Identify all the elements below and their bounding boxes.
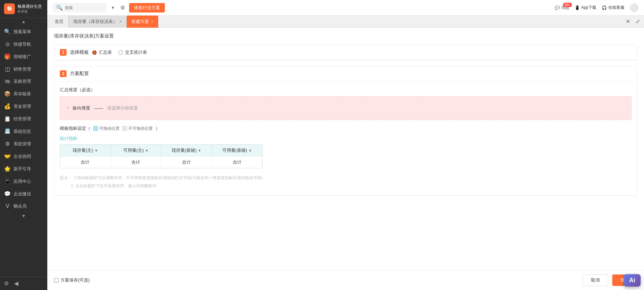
col-header-1[interactable]: 可用量(主) ▼ [111,145,162,156]
sidebar-item-quick-nav[interactable]: ⊙ 快捷导航 [0,38,47,50]
tab-inventory-status[interactable]: 现存量（库存状况表） × [69,16,127,28]
tab-expand-btn[interactable]: ⤢ [634,18,641,25]
purchase-icon: 🛍 [4,78,11,84]
non-draggable-legend-box [122,126,127,131]
vip-icon: V [4,203,11,209]
tab-close-btn[interactable]: ✕ [624,18,631,25]
user-avatar-btn[interactable] [630,3,639,12]
messages-btn[interactable]: 💬 消息 99+ [555,5,569,10]
sidebar-bottom: ⚙ ◀ [0,276,47,290]
online-service-btn[interactable]: 🎧 在线客服 [602,5,624,10]
dimension-placeholder: 请选择分组维度 [107,105,138,111]
step1-section: 1 选择模板 汇总表 交叉统计表 [54,45,637,61]
stats-section-label: 统计指标 [60,136,631,142]
stats-table: 现存量(主) ▼ 可用量(主) ▼ 现存量(基辅) ▼ [60,144,263,168]
cell-1: 合计 [111,156,162,168]
sidebar-logo: 畅 畅康通好生意 标准版 [0,0,47,18]
ai-float-button[interactable]: Ai [624,274,641,287]
dimension-label: 汇总维度（必选） [60,87,631,93]
page-inner: 现存量(库存状况表)方案设置 1 选择模板 汇总表 交叉统计表 [47,28,644,270]
sidebar-search[interactable]: 🔍 搜索菜单 [0,25,47,38]
sidebar-item-wechat[interactable]: 💬 企业微信 [0,188,47,200]
sidebar-item-basic-info[interactable]: 📇 基础信息 [0,125,47,138]
topbar: 🔍 ▼ ⚙ 体验行业方案 💬 消息 99+ 📱 App下载 🎧 在线客服 [47,0,644,16]
radio-summary-input[interactable] [92,50,97,55]
page-content: 现存量(库存状况表)方案设置 1 选择模板 汇总表 交叉统计表 [47,28,644,270]
sidebar-scroll-up[interactable]: ▲ [0,18,47,25]
wechat-icon: 💬 [4,191,11,197]
topbar-search-box[interactable]: 🔍 [53,3,107,12]
draggable-legend-box [93,126,98,131]
indicator-settings-label: 模板指标设定（ 可拖动位置 不可拖动位置 ） [60,125,631,131]
topbar-right: 💬 消息 99+ 📱 App下载 🎧 在线客服 [555,3,639,12]
sidebar-item-marketing[interactable]: 🎁 营销推广 [0,50,47,63]
cancel-button[interactable]: 取消 [583,274,608,286]
topbar-search-input[interactable] [65,5,103,10]
step2-section: 2 方案配置 汇总维度（必选） * 纵向维度 —— 请选择分组维度 [54,66,637,196]
tab-new-scheme[interactable]: 新建方案 × [127,16,158,28]
legend-draggable: 可拖动位置 [93,126,120,131]
basic-info-icon: 📇 [4,128,11,135]
tabbar: 首页 现存量（库存状况表） × 新建方案 × ✕ ⤢ [47,16,644,28]
settings-icon[interactable]: ⚙ [4,280,9,287]
save-option[interactable]: 方案保存(可选) [54,277,90,283]
dropdown-chevron-icon: ▼ [111,5,115,10]
col-chevron-1: ▼ [145,149,149,152]
sidebar-scroll-down[interactable]: ▼ [0,212,47,220]
search-icon: 🔍 [4,28,11,35]
user-avatar [630,3,639,12]
sidebar-item-system[interactable]: ⚙ 系统管理 [0,138,47,150]
col-chevron-2: ▼ [198,149,201,152]
enterprise-icon: 🤝 [4,153,11,160]
close-new-scheme-tab-icon[interactable]: × [151,19,153,24]
message-icon: 💬 [555,5,560,10]
dimension-box[interactable]: * 纵向维度 —— 请选择分组维度 [60,96,631,120]
operations-icon: 📋 [4,116,11,122]
dimension-text: 纵向维度 [73,105,90,111]
dimension-required-star: * [67,106,69,111]
audio-icon[interactable]: ◀ [14,280,18,287]
sidebar: 畅 畅康通好生意 标准版 ▲ 🔍 搜索菜单 ⊙ 快捷导航 🎁 营销推广 ◫ 销售… [0,0,47,290]
sidebar-item-new-guide[interactable]: 🌟 新手引导 [0,163,47,175]
tab-home[interactable]: 首页 [50,16,69,28]
sidebar-item-app-center[interactable]: 📱 应用中心 [0,175,47,188]
close-inventory-tab-icon[interactable]: × [119,19,122,24]
step2-header: 2 方案配置 [54,66,637,81]
sidebar-item-finance[interactable]: 💰 资金管理 [0,100,47,113]
cell-3: 合计 [212,156,262,168]
main-area: 🔍 ▼ ⚙ 体验行业方案 💬 消息 99+ 📱 App下载 🎧 在线客服 [47,0,644,290]
topbar-dropdown[interactable]: ▼ [111,5,115,10]
sidebar-item-enterprise[interactable]: 🤝 企业协同 [0,150,47,163]
trial-btn[interactable]: 体验行业方案 [129,3,165,13]
stats-table-header: 现存量(主) ▼ 可用量(主) ▼ 现存量(基辅) ▼ [60,145,262,156]
radio-crosstab-input[interactable] [119,50,123,55]
sidebar-item-sales[interactable]: ◫ 销售管理 [0,63,47,75]
app-logo-icon: 畅 [4,3,15,14]
step1-badge: 1 [60,49,67,56]
cell-0: 合计 [60,156,111,168]
col-header-3[interactable]: 可用量(基辅) ▼ [212,145,262,156]
radio-summary[interactable]: 汇总表 [92,49,112,55]
save-option-checkbox[interactable] [54,278,58,283]
sidebar-item-vip[interactable]: V 畅会员 [0,200,47,212]
marketing-icon: 🎁 [4,53,11,60]
sidebar-item-inventory[interactable]: 📦 库存核算 [0,88,47,100]
tip-2: 2. 点击标题栏下拉可设置排序、插入列和删除列 [60,182,631,190]
tabbar-right: ✕ ⤢ [624,18,641,25]
topbar-gear-icon[interactable]: ⚙ [120,4,125,11]
sidebar-item-operations[interactable]: 📋 经营管理 [0,113,47,125]
inventory-icon: 📦 [4,91,11,97]
app-center-icon: 📱 [4,178,11,185]
app-name: 畅康通好生意 标准版 [18,4,42,14]
col-header-2[interactable]: 现存量(基辅) ▼ [162,145,212,156]
indicator-settings: 模板指标设定（ 可拖动位置 不可拖动位置 ） [60,125,631,190]
sales-icon: ◫ [4,66,11,72]
col-header-0[interactable]: 现存量(主) ▼ [60,145,111,156]
app-download-icon: 📱 [575,5,580,10]
app-download-btn[interactable]: 📱 App下载 [575,5,596,10]
radio-crosstab[interactable]: 交叉统计表 [119,49,147,55]
step1-header: 1 选择模板 汇总表 交叉统计表 [54,45,637,60]
sidebar-item-purchase[interactable]: 🛍 采购管理 [0,75,47,88]
system-icon: ⚙ [4,141,11,147]
tips-section: 提示： 1.拖动标题栏可以调整布局，不可跨维度或指标区域拖动栏目字段(只能在同一… [60,174,631,190]
